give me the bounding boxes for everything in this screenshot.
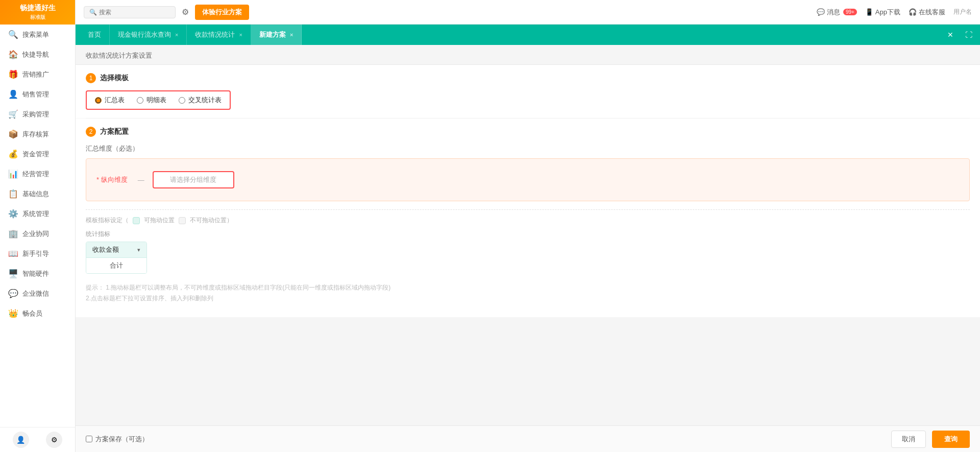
sidebar-item-9[interactable]: ⚙️系统管理 — [0, 204, 75, 224]
metrics-table: 收款金额 ▾ 合计 — [86, 242, 147, 274]
metrics-data-row: 合计 — [86, 258, 146, 273]
search-box[interactable]: 🔍 — [84, 6, 176, 18]
app-download-label: App下载 — [875, 8, 900, 17]
tab-3[interactable]: 新建方案× — [251, 25, 302, 45]
sidebar-item-4[interactable]: 🛒采购管理 — [0, 104, 75, 124]
sidebar-icon-2: 🎁 — [8, 69, 18, 79]
radio-summary-input[interactable] — [95, 97, 102, 104]
radio-cross-input[interactable] — [179, 97, 185, 104]
sidebar-label-12: 智能硬件 — [22, 269, 49, 278]
query-button[interactable]: 查询 — [932, 431, 970, 448]
dimension-selector[interactable]: 请选择分组维度 — [153, 171, 234, 188]
app-download-btn[interactable]: 📱 App下载 — [865, 8, 900, 17]
topbar-right: 💬 消息 99+ 📱 App下载 🎧 在线客服 用户名 — [817, 8, 972, 17]
tab-label-3: 新建方案 — [259, 30, 286, 39]
radio-cross[interactable]: 交叉统计表 — [179, 96, 222, 105]
tip2: 2.点击标题栏下拉可设置排序、插入列和删除列 — [86, 294, 970, 303]
sidebar-icon-1: 🏠 — [8, 50, 18, 59]
template-select-area: 汇总表 明细表 交叉统计表 — [86, 90, 970, 110]
radio-summary[interactable]: 汇总表 — [95, 96, 125, 105]
cancel-button[interactable]: 取消 — [891, 431, 926, 448]
movable-indicator — [133, 217, 140, 224]
step2-title: 方案配置 — [100, 127, 129, 136]
username-label: 用户名 — [953, 8, 972, 16]
search-input[interactable] — [99, 9, 170, 16]
tabbar: 首页现金银行流水查询×收款情况统计×新建方案× ✕ ⛶ — [76, 25, 980, 45]
tab-close-1[interactable]: × — [175, 32, 178, 38]
dimension-section-title: 汇总维度（必选） — [86, 144, 970, 153]
online-service-btn[interactable]: 🎧 在线客服 — [909, 8, 945, 17]
sidebar-label-7: 经营管理 — [22, 170, 49, 179]
fixed-indicator — [179, 217, 186, 224]
metrics-header[interactable]: 收款金额 ▾ — [86, 242, 146, 258]
column-header-text: 收款金额 — [92, 245, 119, 254]
step1-section: 1 选择模板 汇总表 明细表 交叉统计表 — [76, 65, 980, 118]
maximize-btn[interactable]: ⛶ — [962, 28, 976, 42]
radio-cross-label: 交叉统计表 — [188, 96, 222, 105]
sidebar-label-10: 企业协同 — [22, 229, 49, 239]
sidebar-item-1[interactable]: 🏠快捷导航 — [0, 44, 75, 64]
sidebar-label-4: 采购管理 — [22, 110, 49, 119]
close-tab-btn[interactable]: ✕ — [943, 28, 958, 42]
message-badge: 99+ — [843, 9, 857, 15]
tab-close-3[interactable]: × — [290, 32, 293, 38]
sidebar-item-11[interactable]: 📖新手引导 — [0, 244, 75, 264]
sidebar-icon-12: 🖥️ — [8, 269, 18, 278]
sidebar-item-6[interactable]: 💰资金管理 — [0, 144, 75, 164]
chevron-down-icon: ▾ — [137, 247, 140, 253]
message-icon: 💬 — [817, 8, 825, 16]
dimension-arrow: — — [138, 176, 144, 184]
sidebar-item-7[interactable]: 📊经营管理 — [0, 164, 75, 184]
sidebar-item-0[interactable]: 🔍搜索菜单 — [0, 25, 75, 44]
trial-button[interactable]: 体验行业方案 — [195, 5, 249, 20]
sidebar-item-3[interactable]: 👤销售管理 — [0, 84, 75, 104]
sidebar-icon-9: ⚙️ — [8, 209, 18, 219]
metrics-section: 模板指标设定（ 可拖动位置 不可拖动位置） 统计指标 收款金额 ▾ 合计 — [86, 209, 970, 275]
sidebar-item-8[interactable]: 📋基础信息 — [0, 184, 75, 204]
logo-sub: 标准版 — [30, 14, 45, 21]
sidebar-label-11: 新手引导 — [22, 249, 49, 258]
gear-icon[interactable]: ⚙ — [182, 7, 189, 17]
sidebar-label-14: 畅会员 — [22, 309, 42, 318]
sidebar-settings-btn[interactable]: ⚙ — [46, 432, 62, 448]
sidebar-item-5[interactable]: 📦库存核算 — [0, 124, 75, 144]
dimension-row: * 纵向维度 — 请选择分组维度 — [96, 171, 959, 188]
dimension-selector-text: 请选择分组维度 — [170, 175, 216, 184]
tab-label-2: 收款情况统计 — [195, 30, 235, 39]
search-icon: 🔍 — [89, 9, 97, 16]
tab-1[interactable]: 现金银行流水查询× — [110, 25, 187, 45]
sidebar-item-2[interactable]: 🎁营销推广 — [0, 64, 75, 84]
sidebar-item-10[interactable]: 🏢企业协同 — [0, 224, 75, 244]
tab-2[interactable]: 收款情况统计× — [187, 25, 251, 45]
tab-0[interactable]: 首页 — [80, 25, 110, 45]
page-content: 收款情况统计方案设置 1 选择模板 汇总表 明细表 — [76, 45, 980, 425]
sidebar-bottom: 👤 ⚙ — [0, 427, 75, 452]
sidebar-item-12[interactable]: 🖥️智能硬件 — [0, 264, 75, 283]
sidebar-label-5: 库存核算 — [22, 130, 49, 139]
row-label-text: 合计 — [110, 261, 123, 269]
step1-header: 1 选择模板 — [86, 73, 970, 83]
sidebar-icon-14: 👑 — [8, 308, 18, 318]
bottom-actions: 取消 查询 — [891, 431, 970, 448]
save-checkbox[interactable] — [86, 436, 92, 442]
tab-close-2[interactable]: × — [239, 32, 242, 38]
sidebar-label-13: 企业微信 — [22, 289, 49, 298]
sidebar-icon-5: 📦 — [8, 129, 18, 139]
sidebar-label-8: 基础信息 — [22, 189, 49, 199]
radio-detail-input[interactable] — [137, 97, 143, 104]
sidebar-icon-7: 📊 — [8, 169, 18, 179]
sidebar-label-6: 资金管理 — [22, 150, 49, 159]
sidebar-avatar-btn[interactable]: 👤 — [13, 432, 29, 448]
save-checkbox-label[interactable]: 方案保存（可选） — [86, 435, 149, 444]
sidebar-item-13[interactable]: 💬企业微信 — [0, 283, 75, 303]
radio-detail[interactable]: 明细表 — [137, 96, 166, 105]
fixed-label: 不可拖动位置） — [190, 216, 233, 225]
sidebar-icon-4: 🛒 — [8, 109, 18, 119]
metrics-hint-row: 模板指标设定（ 可拖动位置 不可拖动位置） — [86, 216, 970, 225]
sidebar-label-1: 快捷导航 — [22, 50, 49, 59]
app-icon: 📱 — [865, 8, 873, 16]
message-btn[interactable]: 💬 消息 99+ — [817, 8, 857, 17]
sidebar-item-14[interactable]: 👑畅会员 — [0, 303, 75, 323]
step1-title: 选择模板 — [100, 74, 129, 83]
sidebar-icon-6: 💰 — [8, 149, 18, 159]
